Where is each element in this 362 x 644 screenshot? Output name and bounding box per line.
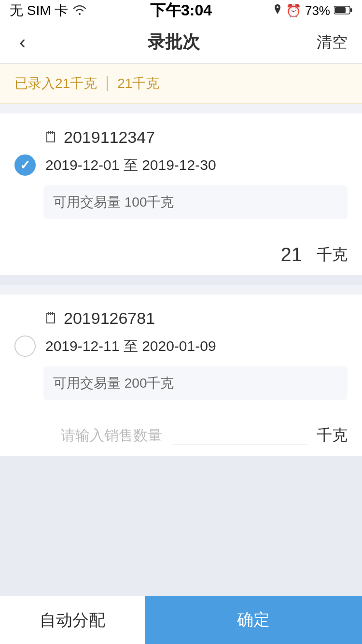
auto-distribute-button[interactable]: 自动分配 — [0, 596, 145, 644]
svg-point-0 — [277, 6, 278, 8]
batch-1-id: 2019112347 — [64, 128, 155, 147]
batch-2-placeholder-text: 请输入销售数量 — [61, 426, 162, 446]
status-bar: 无 SIM 卡 下午3:04 ⏰ 73% — [0, 0, 362, 21]
batch-card-2-inner: 🗒 2019126781 2019-12-11 至 2020-01-09 可用交… — [0, 294, 362, 415]
batch-2-available-qty: 可用交易量 200千克 — [43, 366, 348, 400]
batch-2-id: 2019126781 — [64, 309, 155, 328]
clear-button[interactable]: 清空 — [317, 32, 348, 53]
banner-divider — [107, 76, 108, 91]
batch-1-radio[interactable] — [14, 154, 36, 176]
batch-card-2: 🗒 2019126781 2019-12-11 至 2020-01-09 可用交… — [0, 294, 362, 456]
batch-1-date-row[interactable]: 2019-12-01 至 2019-12-30 — [14, 154, 348, 176]
batch-icon-1: 🗒 — [43, 128, 59, 146]
page-title: 录批次 — [148, 30, 200, 54]
batch-card-1: 🗒 2019112347 2019-12-01 至 2019-12-30 可用交… — [0, 113, 362, 275]
batch-2-qty-unit: 千克 — [317, 425, 348, 446]
main-content: 已录入21千克 21千克 🗒 2019112347 2019-12-01 至 2… — [0, 64, 362, 644]
back-button[interactable]: ‹ — [14, 27, 30, 58]
batch-1-id-row: 🗒 2019112347 — [14, 128, 348, 147]
batch-icon-2: 🗒 — [43, 309, 59, 327]
svg-rect-3 — [335, 7, 346, 13]
batch-1-qty-unit: 千克 — [317, 244, 348, 266]
batch-1-date: 2019-12-01 至 2019-12-30 — [45, 155, 216, 175]
batch-1-qty-row: 21 千克 — [0, 234, 362, 275]
section-separator-1 — [0, 275, 362, 285]
batch-2-date-row[interactable]: 2019-12-11 至 2020-01-09 — [14, 336, 348, 357]
info-banner: 已录入21千克 21千克 — [0, 64, 362, 104]
recorded-qty-value: 21千克 — [117, 74, 159, 93]
batch-2-underline — [172, 426, 307, 445]
alarm-icon: ⏰ — [286, 3, 301, 18]
status-right: ⏰ 73% — [273, 3, 352, 18]
battery-text: 73% — [305, 3, 330, 18]
location-icon — [273, 3, 282, 18]
battery-icon — [334, 3, 352, 18]
nav-bar: ‹ 录批次 清空 — [0, 21, 362, 64]
no-sim-text: 无 SIM 卡 — [10, 1, 68, 20]
status-left: 无 SIM 卡 — [10, 1, 86, 20]
batch-2-qty-row: 请输入销售数量 千克 — [0, 415, 362, 456]
recorded-qty-label: 已录入21千克 — [14, 74, 97, 93]
confirm-button[interactable]: 确定 — [145, 596, 362, 644]
status-time: 下午3:04 — [150, 0, 212, 21]
wifi-icon — [73, 3, 86, 18]
svg-rect-2 — [350, 8, 352, 12]
batch-2-id-row: 🗒 2019126781 — [14, 309, 348, 328]
batch-card-1-inner: 🗒 2019112347 2019-12-01 至 2019-12-30 可用交… — [0, 113, 362, 234]
batch-2-radio[interactable] — [14, 336, 36, 357]
bottom-buttons: 自动分配 确定 — [0, 596, 362, 644]
batch-1-qty-value: 21 — [281, 244, 303, 266]
batch-1-available-qty: 可用交易量 100千克 — [43, 185, 348, 219]
batch-2-date: 2019-12-11 至 2020-01-09 — [45, 336, 216, 356]
